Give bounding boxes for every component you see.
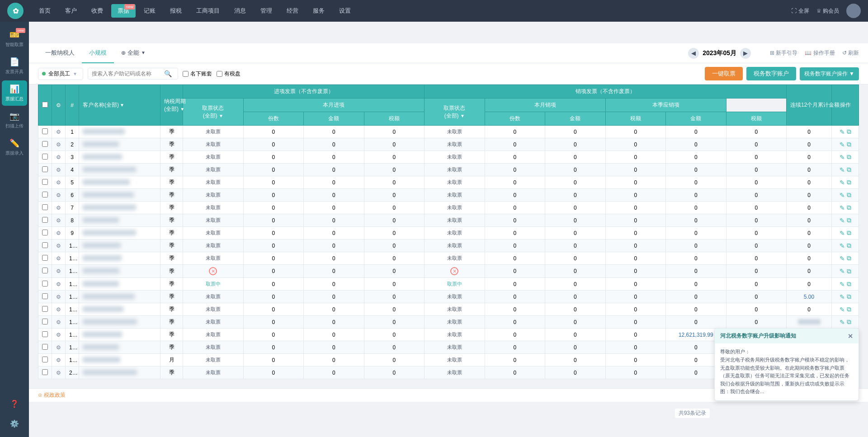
copy-icon[interactable]: ⧉: [847, 268, 851, 275]
row-checkbox[interactable]: [38, 341, 52, 354]
edit-icon[interactable]: ✎: [840, 319, 845, 326]
sidebar-item-open-invoice[interactable]: 📄 发票开具: [2, 53, 27, 79]
popup-close-btn[interactable]: ✕: [848, 333, 853, 340]
row-settings[interactable]: ⚙: [52, 354, 66, 367]
row-settings[interactable]: ⚙: [52, 151, 66, 164]
row-checkbox-input[interactable]: [42, 141, 48, 147]
row-checkbox[interactable]: [38, 126, 52, 138]
name-filter[interactable]: 客户名称(全部) ▼: [83, 101, 124, 109]
sidebar-item-smart-ticket[interactable]: 🎫 智能取票 new: [2, 26, 27, 52]
row-checkbox-input[interactable]: [42, 268, 48, 273]
row-checkbox-input[interactable]: [42, 179, 48, 185]
edit-icon[interactable]: ✎: [840, 306, 845, 313]
row-checkbox-input[interactable]: [42, 319, 48, 324]
row-checkbox[interactable]: [38, 138, 52, 151]
row-settings[interactable]: ⚙: [52, 164, 66, 176]
th-out-status[interactable]: 取票状态(全部) ▼: [425, 99, 485, 126]
row-checkbox[interactable]: [38, 214, 52, 227]
tax-digital-btn[interactable]: 税务数字账户: [746, 67, 796, 80]
row-settings[interactable]: ⚙: [52, 252, 66, 265]
row-settings[interactable]: ⚙: [52, 240, 66, 252]
row-settings[interactable]: ⚙: [52, 367, 66, 379]
row-checkbox-input[interactable]: [42, 306, 48, 312]
row-settings[interactable]: ⚙: [52, 126, 66, 138]
row-checkbox-input[interactable]: [42, 217, 48, 223]
row-checkbox[interactable]: [38, 227, 52, 240]
row-checkbox[interactable]: [38, 291, 52, 303]
row-settings[interactable]: ⚙: [52, 329, 66, 341]
sidebar-item-summary[interactable]: 📊 票据汇总: [2, 80, 27, 106]
new-guide-btn[interactable]: ⊞ 新手引导: [770, 49, 797, 57]
row-checkbox[interactable]: [38, 303, 52, 316]
nav-fee[interactable]: 收费: [85, 4, 109, 18]
row-checkbox-input[interactable]: [42, 357, 48, 362]
row-checkbox[interactable]: [38, 164, 52, 176]
user-avatar[interactable]: [846, 4, 861, 18]
nav-operation[interactable]: 经营: [280, 4, 305, 18]
row-settings[interactable]: ⚙: [52, 138, 66, 151]
row-checkbox-input[interactable]: [42, 230, 48, 235]
row-settings[interactable]: ⚙: [52, 341, 66, 354]
row-checkbox[interactable]: [38, 189, 52, 202]
edit-icon[interactable]: ✎: [840, 141, 845, 148]
checkbox-tax-disk-input[interactable]: [217, 71, 222, 77]
nav-accounting[interactable]: 记账: [137, 4, 162, 18]
th-name[interactable]: 客户名称(全部) ▼: [79, 85, 160, 126]
copy-icon[interactable]: ⧉: [847, 242, 851, 249]
tab-general-taxpayer[interactable]: 一般纳税人: [38, 43, 82, 63]
nav-message[interactable]: 消息: [228, 4, 252, 18]
copy-icon[interactable]: ⧉: [847, 229, 851, 237]
member-btn[interactable]: ♕ 购会员: [816, 7, 839, 15]
row-settings[interactable]: ⚙: [52, 189, 66, 202]
row-checkbox-input[interactable]: [42, 242, 48, 248]
edit-icon[interactable]: ✎: [840, 154, 845, 161]
help-btn[interactable]: ❓: [6, 395, 23, 412]
period-prev-btn[interactable]: ◀: [688, 48, 699, 59]
row-checkbox-input[interactable]: [42, 154, 48, 160]
row-checkbox-input[interactable]: [42, 331, 48, 337]
sidebar-item-scan[interactable]: 📷 扫描上传: [2, 108, 27, 133]
copy-icon[interactable]: ⧉: [847, 128, 851, 136]
tax-digital-dropdown-btn[interactable]: 税务数字账户操作 ▼: [800, 67, 859, 80]
employee-select[interactable]: 全部员工 ▼: [38, 68, 83, 80]
checkbox-account-set[interactable]: 名下账套: [183, 70, 212, 78]
copy-icon[interactable]: ⧉: [847, 305, 851, 313]
row-checkbox[interactable]: [38, 265, 52, 278]
row-checkbox-input[interactable]: [42, 255, 48, 261]
tax-policy-link[interactable]: ⊙ 税政政策: [38, 391, 66, 399]
row-checkbox[interactable]: [38, 278, 52, 291]
nav-tax[interactable]: 报税: [164, 4, 188, 18]
th-in-status[interactable]: 取票状态(全部) ▼: [183, 99, 244, 126]
period-next-btn[interactable]: ▶: [740, 48, 751, 59]
row-checkbox-input[interactable]: [42, 369, 48, 375]
checkbox-tax-disk[interactable]: 有税盘: [217, 70, 241, 78]
copy-icon[interactable]: ⧉: [847, 280, 851, 288]
one-click-btn[interactable]: 一键取票: [705, 67, 743, 80]
edit-icon[interactable]: ✎: [840, 281, 845, 288]
edit-icon[interactable]: ✎: [840, 204, 845, 211]
edit-icon[interactable]: ✎: [840, 192, 845, 199]
row-checkbox[interactable]: [38, 354, 52, 367]
copy-icon[interactable]: ⧉: [847, 153, 851, 161]
copy-icon[interactable]: ⧉: [847, 254, 851, 262]
nav-ticket[interactable]: 票据 new: [111, 4, 136, 18]
row-checkbox-input[interactable]: [42, 192, 48, 197]
row-checkbox-input[interactable]: [42, 166, 48, 172]
row-checkbox[interactable]: [38, 367, 52, 379]
edit-icon[interactable]: ✎: [840, 293, 845, 301]
copy-icon[interactable]: ⧉: [847, 293, 851, 301]
copy-icon[interactable]: ⧉: [847, 166, 851, 174]
row-settings[interactable]: ⚙: [52, 303, 66, 316]
sidebar-item-entry[interactable]: ✏️ 票据录入: [2, 135, 27, 160]
row-checkbox-input[interactable]: [42, 281, 48, 287]
edit-icon[interactable]: ✎: [840, 166, 845, 174]
edit-icon[interactable]: ✎: [840, 230, 845, 237]
row-checkbox[interactable]: [38, 252, 52, 265]
edit-icon[interactable]: ✎: [840, 179, 845, 186]
edit-icon[interactable]: ✎: [840, 128, 845, 136]
row-settings[interactable]: ⚙: [52, 291, 66, 303]
copy-icon[interactable]: ⧉: [847, 141, 851, 148]
copy-icon[interactable]: ⧉: [847, 216, 851, 224]
row-checkbox-input[interactable]: [42, 204, 48, 210]
nav-settings[interactable]: 设置: [333, 4, 357, 18]
